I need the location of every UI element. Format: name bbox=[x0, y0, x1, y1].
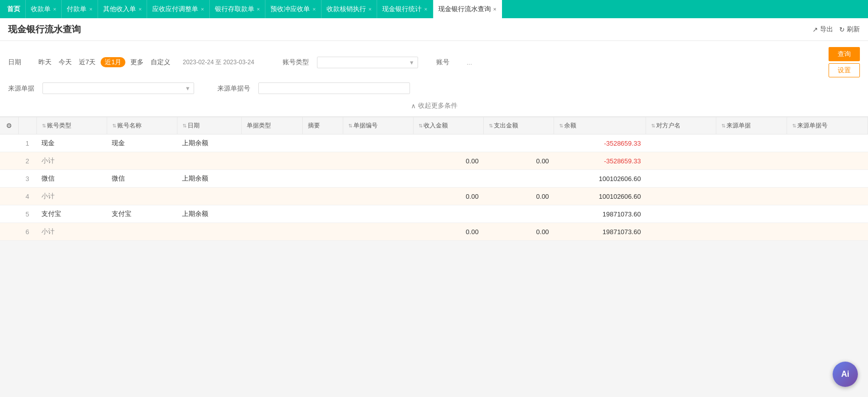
nav-tab-bank-deposit[interactable]: 银行存取款单× bbox=[210, 0, 265, 18]
col-doc-no[interactable]: ⇅单据编号 bbox=[343, 117, 413, 135]
cell-source-doc bbox=[716, 135, 787, 152]
nav-tab-payment[interactable]: 付款单× bbox=[62, 0, 98, 18]
settings-button[interactable]: 设置 bbox=[829, 63, 860, 77]
cell-doc-no bbox=[343, 223, 413, 241]
filter-row-1: 日期 昨天今天近7天近1月更多自定义 2023-02-24 至 2023-03-… bbox=[8, 47, 860, 77]
cell-summary bbox=[303, 223, 343, 241]
nav-tab-bank-stats[interactable]: 现金银行统计× bbox=[377, 0, 433, 18]
top-navigation: 首页收款单×付款单×其他收入单×应收应付调整单×银行存取款单×预收冲应收单×收款… bbox=[0, 0, 868, 18]
cell-income: 0.00 bbox=[413, 188, 483, 205]
cell-account-name: 现金 bbox=[107, 135, 177, 152]
tab-close-icon[interactable]: × bbox=[257, 6, 260, 12]
cell-income: 0.00 bbox=[413, 223, 483, 241]
cell-counterparty bbox=[646, 170, 716, 188]
tab-close-icon[interactable]: × bbox=[369, 6, 372, 12]
cell-counterparty bbox=[646, 152, 716, 170]
col-account-name[interactable]: ⇅账号名称 bbox=[107, 117, 177, 135]
table-container: ⚙ ⇅账号类型 ⇅账号名称 ⇅日期 单据类型 摘要 ⇅单据编号 ⇅收入金额 ⇅支… bbox=[0, 117, 868, 241]
cell-expense bbox=[484, 170, 554, 188]
cell-row-num: 1 bbox=[18, 135, 36, 152]
collapse-icon: ∧ bbox=[411, 102, 416, 110]
date-options: 昨天今天近7天近1月更多自定义 bbox=[36, 57, 172, 67]
table-row: 1现金现金上期余额-3528659.33 bbox=[0, 135, 868, 152]
col-balance[interactable]: ⇅余额 bbox=[554, 117, 646, 135]
nav-tab-other-income[interactable]: 其他收入单× bbox=[98, 0, 147, 18]
gear-icon[interactable]: ⚙ bbox=[6, 122, 12, 129]
col-counterparty[interactable]: ⇅对方户名 bbox=[646, 117, 716, 135]
date-option-today[interactable]: 今天 bbox=[57, 57, 74, 67]
tab-close-icon[interactable]: × bbox=[89, 6, 92, 12]
tab-close-icon[interactable]: × bbox=[139, 6, 142, 12]
tab-close-icon[interactable]: × bbox=[201, 6, 204, 12]
nav-tab-prepay[interactable]: 预收冲应收单× bbox=[265, 0, 321, 18]
cell-balance: -3528659.33 bbox=[554, 135, 646, 152]
date-option-week[interactable]: 近7天 bbox=[77, 57, 98, 67]
date-option-yesterday[interactable]: 昨天 bbox=[36, 57, 54, 67]
cell-balance: 100102606.60 bbox=[554, 188, 646, 205]
cell-source-doc-no bbox=[787, 188, 867, 205]
col-source-doc-no[interactable]: ⇅来源单据号 bbox=[787, 117, 867, 135]
source-doc-arrow-icon: ▾ bbox=[186, 84, 190, 92]
cell-gear bbox=[0, 223, 18, 241]
date-option-month1[interactable]: 近1月 bbox=[101, 57, 125, 67]
date-option-more[interactable]: 更多 bbox=[128, 57, 146, 67]
cell-account-type: 微信 bbox=[36, 170, 107, 188]
cell-source-doc bbox=[716, 170, 787, 188]
tab-close-icon[interactable]: × bbox=[53, 6, 56, 12]
account-dots[interactable]: ... bbox=[467, 59, 472, 66]
tab-close-icon[interactable]: × bbox=[424, 6, 427, 12]
header-actions: ↗ 导出 ↻ 刷新 bbox=[812, 25, 860, 34]
tab-close-icon[interactable]: × bbox=[493, 6, 496, 12]
col-income[interactable]: ⇅收入金额 bbox=[413, 117, 483, 135]
date-option-custom[interactable]: 自定义 bbox=[149, 57, 172, 67]
cell-account-name bbox=[107, 223, 177, 241]
cell-source-doc bbox=[716, 205, 787, 223]
tab-close-icon[interactable]: × bbox=[312, 6, 315, 12]
cell-summary bbox=[303, 205, 343, 223]
cell-gear bbox=[0, 205, 18, 223]
date-range-text: 2023-02-24 至 2023-03-24 bbox=[182, 58, 254, 67]
account-type-select[interactable]: ▾ bbox=[317, 57, 418, 68]
cell-doc-no bbox=[343, 205, 413, 223]
nav-tab-collect-verify[interactable]: 收款核销执行× bbox=[322, 0, 377, 18]
cell-doc-no bbox=[343, 170, 413, 188]
col-date[interactable]: ⇅日期 bbox=[177, 117, 241, 135]
cell-account-name bbox=[107, 152, 177, 170]
source-doc-no-input[interactable] bbox=[258, 82, 410, 94]
cell-doc-type bbox=[241, 188, 303, 205]
export-button[interactable]: ↗ 导出 bbox=[812, 25, 833, 34]
cell-doc-no bbox=[343, 152, 413, 170]
cell-account-name: 微信 bbox=[107, 170, 177, 188]
cell-row-num: 2 bbox=[18, 152, 36, 170]
cell-income bbox=[413, 135, 483, 152]
cell-row-num: 4 bbox=[18, 188, 36, 205]
col-expense[interactable]: ⇅支出金额 bbox=[484, 117, 554, 135]
cell-source-doc bbox=[716, 152, 787, 170]
cell-doc-no bbox=[343, 188, 413, 205]
cell-gear bbox=[0, 152, 18, 170]
cell-doc-type bbox=[241, 223, 303, 241]
nav-tab-receipt[interactable]: 收款单× bbox=[26, 0, 62, 18]
cell-account-type: 小计 bbox=[36, 188, 107, 205]
cell-date: 上期余额 bbox=[177, 170, 241, 188]
cell-balance: -3528659.33 bbox=[554, 152, 646, 170]
table-row: 3微信微信上期余额100102606.60 bbox=[0, 170, 868, 188]
cell-balance: 19871073.60 bbox=[554, 223, 646, 241]
refresh-button[interactable]: ↻ 刷新 bbox=[839, 25, 860, 34]
cell-expense: 0.00 bbox=[484, 223, 554, 241]
cell-date: 上期余额 bbox=[177, 205, 241, 223]
col-account-type[interactable]: ⇅账号类型 bbox=[36, 117, 107, 135]
cell-account-type: 现金 bbox=[36, 135, 107, 152]
source-doc-no-label: 来源单据号 bbox=[217, 84, 250, 93]
cell-counterparty bbox=[646, 205, 716, 223]
cell-account-type: 支付宝 bbox=[36, 205, 107, 223]
nav-tab-home[interactable]: 首页 bbox=[2, 0, 26, 18]
filter-row-2: 来源单据 ▾ 来源单据号 bbox=[8, 82, 860, 94]
nav-tab-bank-flow[interactable]: 现金银行流水查询× bbox=[433, 0, 502, 18]
cell-counterparty bbox=[646, 135, 716, 152]
collapse-bar[interactable]: ∧ 收起更多条件 bbox=[8, 99, 860, 110]
col-source-doc[interactable]: ⇅来源单据 bbox=[716, 117, 787, 135]
source-doc-select[interactable]: ▾ bbox=[42, 82, 194, 94]
nav-tab-ap-adjust[interactable]: 应收应付调整单× bbox=[147, 0, 209, 18]
query-button[interactable]: 查询 bbox=[829, 47, 860, 61]
